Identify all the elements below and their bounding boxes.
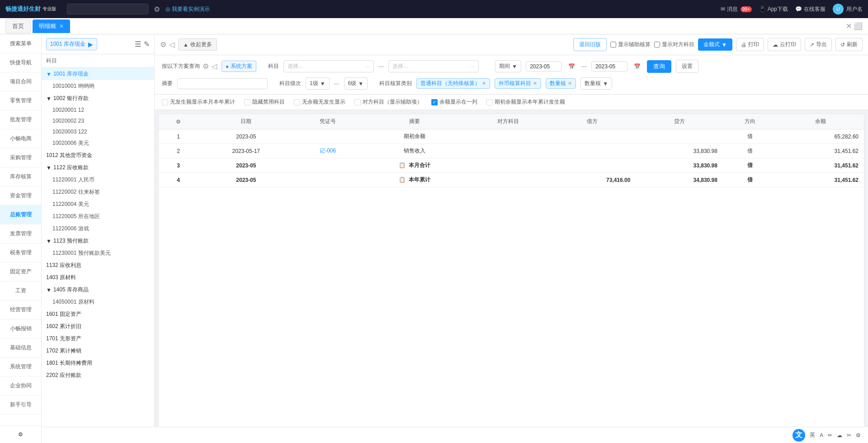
demo-link[interactable]: ◎ 我要看实例演示 bbox=[165, 5, 210, 13]
sidebar-item-system[interactable]: 系统管理 bbox=[0, 357, 41, 376]
cb-hide-disabled-box[interactable] bbox=[244, 99, 250, 105]
format-dropdown-btn[interactable]: 金额式 ▼ bbox=[698, 38, 732, 51]
sidebar-item-invoice[interactable]: 发票管理 bbox=[0, 224, 41, 243]
period-calendar-icon-from[interactable]: 📅 bbox=[568, 63, 575, 70]
sidebar-item-search[interactable]: 搜索菜单 bbox=[0, 34, 41, 53]
sidebar-item-guide[interactable]: 新手引导 bbox=[0, 395, 41, 414]
panel-edit-icon[interactable]: ✎ bbox=[144, 40, 150, 48]
tree-item-1405[interactable]: ▼ 1405 库存商品 bbox=[42, 284, 154, 296]
bottom-screenshot-icon[interactable]: ✂ bbox=[847, 432, 851, 438]
level-from-select[interactable]: 1级 ▼ bbox=[306, 77, 330, 90]
collapse-more-btn[interactable]: ▲ 收起更多 bbox=[178, 38, 217, 51]
sidebar-item-ledger[interactable]: 总账管理 bbox=[0, 205, 41, 224]
period-type-select[interactable]: 期间 ▼ bbox=[495, 60, 521, 72]
voucher-link-2[interactable]: 记-006 bbox=[320, 148, 336, 154]
cb-opposite-box[interactable] bbox=[354, 99, 361, 105]
top-search-input[interactable] bbox=[67, 4, 148, 14]
cb-period-cumulative[interactable]: 期初余额显示本年累计发生额 bbox=[486, 98, 565, 106]
tag-2-close-icon[interactable]: ✕ bbox=[533, 81, 537, 86]
bottom-translate-btn[interactable]: 文 bbox=[793, 429, 805, 442]
filter-collapse-icon[interactable]: ◁ bbox=[169, 40, 175, 49]
cb-balance-single-box[interactable]: ✓ bbox=[431, 99, 438, 105]
show-helper-cb[interactable]: 显示辅助核算 bbox=[610, 41, 651, 48]
cb-period-cumulative-box[interactable] bbox=[486, 99, 493, 105]
show-helper-checkbox[interactable] bbox=[610, 42, 616, 48]
sidebar-item-wholesale[interactable]: 批发管理 bbox=[0, 110, 41, 129]
subject-type-tag-1[interactable]: 普通科目（无特殊核算） ✕ bbox=[416, 78, 490, 89]
sidebar-item-fixed-assets[interactable]: 固定资产 bbox=[0, 262, 41, 281]
sidebar-item-tax[interactable]: 税务管理 bbox=[0, 243, 41, 262]
sidebar-item-shortcut[interactable]: 快捷导航 bbox=[0, 53, 41, 72]
tree-item-11220005[interactable]: 11220005 所在地区 bbox=[42, 210, 154, 223]
tree-item-1001[interactable]: ▼ 1001 库存现金 bbox=[42, 68, 154, 80]
cb-no-balance-box[interactable] bbox=[162, 99, 168, 105]
tab-detail[interactable]: 明细账 ✕ bbox=[33, 19, 70, 33]
filter-settings-icon[interactable]: ⚙ bbox=[160, 40, 166, 49]
tree-item-1601[interactable]: 1601 固定资产 bbox=[42, 308, 154, 320]
tree-item-1403[interactable]: 1403 原材料 bbox=[42, 272, 154, 284]
subject-type-tag-2[interactable]: 外币核算科目 ✕ bbox=[495, 78, 541, 89]
bottom-cloud-icon[interactable]: ☁ bbox=[837, 432, 842, 438]
print-btn[interactable]: 🖨 打印 bbox=[736, 38, 764, 51]
tree-item-10010001[interactable]: 10010001 哟哟哟 bbox=[42, 80, 154, 92]
export-btn[interactable]: ↗ 导出 bbox=[805, 38, 832, 51]
tree-item-1122[interactable]: ▼ 1122 应收账款 bbox=[42, 162, 154, 174]
period-to-input[interactable] bbox=[591, 62, 627, 71]
online-service-btn[interactable]: 💬 在线客服 bbox=[795, 5, 826, 13]
sidebar-item-inventory[interactable]: 库存核算 bbox=[0, 167, 41, 186]
bottom-settings-icon[interactable]: ⚙ bbox=[856, 432, 861, 438]
cb-no-balance[interactable]: 无发生额显示本月本年累计 bbox=[162, 98, 235, 106]
tag-3-close-icon[interactable]: ✕ bbox=[568, 81, 572, 86]
cloud-print-btn[interactable]: ☁ 云打印 bbox=[768, 38, 801, 51]
tree-item-11220006[interactable]: 11220006 游戏 bbox=[42, 223, 154, 235]
tree-item-11220002[interactable]: 11220002 往来标签 bbox=[42, 186, 154, 198]
quantity-dropdown[interactable]: 数量核 ▼ bbox=[580, 77, 612, 90]
cb-no-balance-show[interactable]: 无余额无发生显示 bbox=[294, 98, 345, 106]
bottom-lang-btn[interactable]: 英 bbox=[810, 431, 815, 439]
cb-opposite[interactable]: 对方科目（显示辅助项） bbox=[354, 98, 422, 106]
subject-input-to[interactable]: 选择... ··· bbox=[388, 60, 479, 72]
cell-voucher-2[interactable]: 记-006 bbox=[294, 144, 362, 158]
tree-item-1123[interactable]: ▼ 1123 预付账款 bbox=[42, 235, 154, 247]
refresh-btn[interactable]: ↺ 刷新 bbox=[835, 38, 863, 51]
tab-close-icon[interactable]: ✕ bbox=[59, 23, 64, 29]
sidebar-item-cooperation[interactable]: 企业协同 bbox=[0, 376, 41, 395]
bottom-brush-icon[interactable]: ✏ bbox=[828, 432, 832, 438]
sidebar-item-report[interactable]: 小畅报销 bbox=[0, 319, 41, 338]
tree-item-1801[interactable]: 1801 长期待摊费用 bbox=[42, 357, 154, 369]
return-old-btn[interactable]: 退回旧版 bbox=[573, 38, 607, 51]
sidebar-item-salary[interactable]: 工资 bbox=[0, 281, 41, 300]
period-from-input[interactable] bbox=[526, 62, 562, 71]
level-to-select[interactable]: 6级 ▼ bbox=[344, 77, 368, 90]
tree-item-1012[interactable]: 1012 其他货币资金 bbox=[42, 149, 154, 162]
tree-item-14050001[interactable]: 14050001 原材料 bbox=[42, 296, 154, 308]
scheme-badge[interactable]: ● 系统方案 bbox=[222, 61, 256, 72]
gear-icon[interactable]: ⚙ bbox=[154, 5, 160, 14]
period-calendar-icon-to[interactable]: 📅 bbox=[634, 63, 641, 70]
cb-hide-disabled[interactable]: 隐藏禁用科目 bbox=[244, 98, 285, 106]
subject-input-from[interactable]: 选择... ··· bbox=[283, 60, 374, 72]
tree-item-1002[interactable]: ▼ 1002 银行存款 bbox=[42, 92, 154, 105]
bottom-tool-btn[interactable]: A bbox=[820, 432, 823, 438]
window-close-icon[interactable]: ✕ bbox=[846, 22, 852, 30]
sidebar-settings[interactable]: ⚙ bbox=[0, 425, 41, 443]
sidebar-item-project[interactable]: 项目合同 bbox=[0, 72, 41, 91]
scheme-settings-icon[interactable]: ⚙ bbox=[203, 62, 209, 71]
col-settings[interactable]: ⚙ bbox=[159, 114, 198, 129]
tree-item-1602[interactable]: 1602 累计折旧 bbox=[42, 320, 154, 333]
sidebar-item-capital[interactable]: 资金管理 bbox=[0, 186, 41, 205]
sidebar-item-ecommerce[interactable]: 小畅电商 bbox=[0, 129, 41, 148]
col-gear-icon[interactable]: ⚙ bbox=[176, 119, 181, 125]
message-btn[interactable]: ✉ 消息 99+ bbox=[721, 5, 752, 13]
sidebar-item-basic[interactable]: 基础信息 bbox=[0, 338, 41, 357]
user-area[interactable]: U 用户名 bbox=[833, 4, 863, 14]
filter-settings-btn[interactable]: 设置 bbox=[676, 60, 698, 73]
tree-item-10020001[interactable]: 10020001 12 bbox=[42, 105, 154, 115]
query-btn[interactable]: 查询 bbox=[647, 60, 671, 73]
cb-no-balance-show-box[interactable] bbox=[294, 99, 300, 105]
subject-type-tag-3[interactable]: 数量核 ✕ bbox=[546, 78, 576, 89]
summary-input[interactable] bbox=[177, 78, 268, 89]
sidebar-item-operations[interactable]: 经营管理 bbox=[0, 300, 41, 319]
tab-home[interactable]: 首页 bbox=[5, 19, 31, 33]
tree-item-10020003[interactable]: 10020003 122 bbox=[42, 126, 154, 137]
